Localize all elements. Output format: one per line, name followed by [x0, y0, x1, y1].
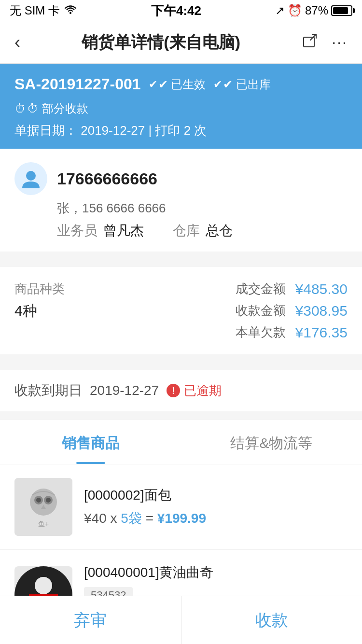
battery-icon [331, 5, 352, 16]
page-title: 销货单详情(来自电脑) [82, 31, 240, 54]
product-type-label: 商品种类 [14, 280, 65, 297]
print-count: | 打印 2 次 [148, 123, 207, 138]
product-price-1: ¥40 x 5袋 = ¥199.99 [84, 509, 348, 528]
customer-section: 17666666666 张，156 6666 6666 业务员 曾凡杰 仓库 总… [0, 149, 362, 252]
product-image-1: 鱼+ [14, 478, 72, 536]
more-icon[interactable]: ··· [332, 33, 348, 51]
customer-phone: 17666666666 [57, 169, 157, 188]
salesperson-value: 曾凡杰 [103, 222, 144, 240]
carrier-label: 无 SIM 卡 [10, 3, 60, 18]
section-divider-2 [0, 362, 362, 370]
received-amount-label: 收款金额 [236, 302, 286, 319]
customer-contact: 张，156 6666 6666 [57, 200, 348, 217]
clock-icon: ⏱ [14, 102, 26, 115]
overdue-icon: ! [167, 384, 180, 397]
tab-underline [76, 462, 105, 464]
svg-point-7 [36, 498, 41, 503]
list-item: 鱼+ [0000002]面包 ¥40 x 5袋 = ¥199.99 [0, 464, 362, 550]
bottom-bar: 弃审 收款 [0, 596, 362, 644]
status-left: 无 SIM 卡 [10, 3, 77, 18]
status-shipped: ✔ ✔ 已出库 [213, 77, 271, 92]
owed-amount-label: 本单欠款 [236, 324, 286, 341]
avatar [14, 162, 47, 195]
cancel-button[interactable]: 弃审 [0, 596, 181, 644]
back-button[interactable]: ‹ [14, 32, 20, 53]
status-bar: 无 SIM 卡 下午4:42 ↗ ⏰ 87% [0, 0, 362, 21]
product-qty-1: 5袋 [121, 511, 142, 526]
customer-name-row: 17666666666 [14, 162, 348, 195]
svg-point-12 [35, 577, 52, 594]
status-effective: ✔ ✔ 已生效 [149, 77, 206, 92]
order-status-row: SA-20191227-001 ✔ ✔ 已生效 ✔ ✔ 已出库 ⏱ ⏱ 部分收款 [14, 75, 348, 116]
summary-row: 商品种类 4种 成交金额 ¥485.30 收款金额 ¥308.95 本单欠款 ¥… [14, 280, 348, 341]
tabs-bar: 销售商品 结算&物流等 [0, 420, 362, 464]
customer-meta: 业务员 曾凡杰 仓库 总仓 [57, 222, 348, 240]
summary-section: 商品种类 4种 成交金额 ¥485.30 收款金额 ¥308.95 本单欠款 ¥… [0, 267, 362, 354]
confirm-button[interactable]: 收款 [181, 596, 362, 644]
check-icon-2: ✔ [213, 78, 222, 91]
status-time: 下午4:42 [151, 2, 201, 19]
due-date-label: 收款到期日 [14, 381, 82, 400]
owed-amount-value: ¥176.35 [295, 324, 348, 341]
svg-point-2 [26, 171, 36, 181]
product-name-2: [000400001]黄油曲奇 [84, 563, 348, 582]
product-name-1: [0000002]面包 [84, 486, 348, 504]
product-info-1: [0000002]面包 ¥40 x 5袋 = ¥199.99 [84, 486, 348, 528]
status-partial: ⏱ ⏱ 部分收款 [14, 101, 88, 116]
alarm-icon: ⏰ [288, 4, 302, 17]
svg-rect-1 [304, 37, 314, 47]
wifi-icon [64, 4, 77, 17]
owed-amount-row: 本单欠款 ¥176.35 [236, 324, 348, 341]
deal-amount-row: 成交金额 ¥485.30 [236, 280, 348, 297]
warehouse-label: 仓库 [173, 222, 200, 240]
tab-products[interactable]: 销售商品 [0, 420, 181, 464]
received-amount-value: ¥308.95 [295, 303, 348, 319]
order-date: 2019-12-27 [81, 123, 145, 138]
overdue-text: 已逾期 [184, 382, 222, 399]
product-count: 商品种类 4种 [14, 280, 65, 321]
salesperson-field: 业务员 曾凡杰 [57, 222, 144, 240]
check-icon-1: ✔ [149, 78, 157, 91]
product-total-1: ¥199.99 [157, 511, 206, 526]
order-header: SA-20191227-001 ✔ ✔ 已生效 ✔ ✔ 已出库 ⏱ ⏱ 部分收款… [0, 64, 362, 149]
overdue-badge: ! 已逾期 [167, 382, 222, 399]
deal-amount-label: 成交金额 [236, 280, 286, 297]
tab-settlement[interactable]: 结算&物流等 [181, 420, 362, 464]
section-divider-3 [0, 411, 362, 419]
date-label: 单据日期： [14, 123, 77, 138]
export-icon[interactable] [302, 32, 318, 52]
warehouse-value: 总仓 [206, 222, 233, 240]
due-date-section: 收款到期日 2019-12-27 ! 已逾期 [0, 370, 362, 411]
order-id: SA-20191227-001 [14, 75, 141, 93]
svg-point-8 [46, 498, 51, 503]
svg-text:鱼+: 鱼+ [38, 520, 49, 528]
financial-summary: 成交金额 ¥485.30 收款金额 ¥308.95 本单欠款 ¥176.35 [236, 280, 348, 341]
battery-percent: 87% [305, 4, 328, 17]
nav-bar: ‹ 销货单详情(来自电脑) ··· [0, 21, 362, 64]
product-type-value: 4种 [14, 301, 65, 321]
svg-point-0 [70, 12, 71, 14]
received-amount-row: 收款金额 ¥308.95 [236, 302, 348, 319]
warehouse-field: 仓库 总仓 [173, 222, 233, 240]
nav-right-actions: ··· [302, 32, 348, 52]
deal-amount-value: ¥485.30 [295, 281, 348, 297]
order-date-row: 单据日期： 2019-12-27 | 打印 2 次 [14, 122, 348, 139]
svg-point-4 [30, 489, 57, 516]
section-divider-1 [0, 259, 362, 267]
status-right: ↗ ⏰ 87% [275, 4, 352, 17]
due-date-value: 2019-12-27 [90, 383, 159, 398]
salesperson-label: 业务员 [57, 222, 97, 240]
location-icon: ↗ [275, 4, 285, 17]
